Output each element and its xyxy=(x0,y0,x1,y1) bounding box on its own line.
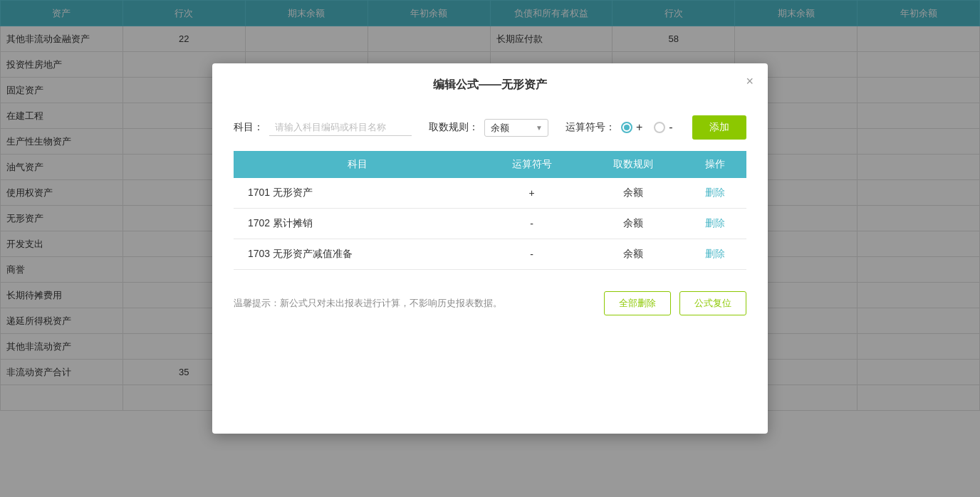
delete-row-button[interactable]: 删除 xyxy=(705,217,725,230)
cell-action: 删除 xyxy=(684,209,746,239)
operator-plus-label: + xyxy=(636,121,642,134)
operator-label: 运算符号： xyxy=(565,121,615,134)
add-button[interactable]: 添加 xyxy=(692,115,746,140)
operator-radio-group: + - xyxy=(621,121,673,134)
th-rule: 取数规则 xyxy=(583,151,684,178)
delete-row-button[interactable]: 删除 xyxy=(705,248,725,261)
modal-title: 编辑公式——无形资产 xyxy=(433,78,547,90)
delete-row-button[interactable]: 删除 xyxy=(705,187,725,199)
modal-table-body: 1701 无形资产+余额删除1702 累计摊销-余额删除1703 无形资产减值准… xyxy=(234,178,746,270)
modal-table-row: 1701 无形资产+余额删除 xyxy=(234,178,746,209)
operator-plus-radio[interactable]: + xyxy=(621,121,642,134)
rule-group: 取数规则： 余额借方贷方借方发生额贷方发生额 ▼ xyxy=(429,119,548,137)
th-operator: 运算符号 xyxy=(481,151,583,178)
rule-select[interactable]: 余额借方贷方借方发生额贷方发生额 xyxy=(484,119,548,137)
cell-operator: - xyxy=(481,209,583,239)
operator-minus-label: - xyxy=(669,121,672,134)
operator-group: 运算符号： + - xyxy=(565,121,673,134)
form-row: 科目： 取数规则： 余额借方贷方借方发生额贷方发生额 ▼ 运算符号： + xyxy=(212,104,768,151)
operator-plus-radio-circle xyxy=(621,122,632,133)
modal-table-wrap: 科目 运算符号 取数规则 操作 1701 无形资产+余额删除1702 累计摊销-… xyxy=(219,151,761,270)
subject-label: 科目： xyxy=(234,121,264,134)
th-subject: 科目 xyxy=(234,151,481,178)
cell-operator: + xyxy=(481,178,583,209)
cell-rule: 余额 xyxy=(583,209,684,239)
cell-action: 删除 xyxy=(684,178,746,209)
cell-action: 删除 xyxy=(684,239,746,270)
modal-table: 科目 运算符号 取数规则 操作 1701 无形资产+余额删除1702 累计摊销-… xyxy=(234,151,746,270)
reset-button[interactable]: 公式复位 xyxy=(679,291,746,315)
cell-subject: 1702 累计摊销 xyxy=(234,209,481,239)
operator-minus-radio-circle xyxy=(654,122,665,133)
modal-close-button[interactable]: × xyxy=(746,75,754,88)
subject-group: 科目： xyxy=(234,119,412,136)
cell-rule: 余额 xyxy=(583,239,684,270)
modal-overlay: 编辑公式——无形资产 × 科目： 取数规则： 余额借方贷方借方发生额贷方发生额 … xyxy=(0,0,980,497)
cell-subject: 1703 无形资产减值准备 xyxy=(234,239,481,270)
modal-dialog: 编辑公式——无形资产 × 科目： 取数规则： 余额借方贷方借方发生额贷方发生额 … xyxy=(212,63,768,434)
footer-buttons: 全部删除 公式复位 xyxy=(604,291,746,315)
th-action: 操作 xyxy=(684,151,746,178)
modal-table-row: 1703 无形资产减值准备-余额删除 xyxy=(234,239,746,270)
subject-input[interactable] xyxy=(269,119,412,136)
modal-table-row: 1702 累计摊销-余额删除 xyxy=(234,209,746,239)
operator-minus-radio[interactable]: - xyxy=(654,121,672,134)
modal-header: 编辑公式——无形资产 × xyxy=(212,63,768,104)
cell-operator: - xyxy=(481,239,583,270)
modal-footer: 温馨提示：新公式只对未出报表进行计算，不影响历史报表数据。 全部删除 公式复位 xyxy=(212,270,768,330)
cell-rule: 余额 xyxy=(583,178,684,209)
cell-subject: 1701 无形资产 xyxy=(234,178,481,209)
rule-label: 取数规则： xyxy=(429,121,479,134)
modal-table-head: 科目 运算符号 取数规则 操作 xyxy=(234,151,746,178)
rule-select-wrapper: 余额借方贷方借方发生额贷方发生额 ▼ xyxy=(484,119,548,137)
footer-tip: 温馨提示：新公式只对未出报表进行计算，不影响历史报表数据。 xyxy=(234,297,502,310)
delete-all-button[interactable]: 全部删除 xyxy=(604,291,671,315)
